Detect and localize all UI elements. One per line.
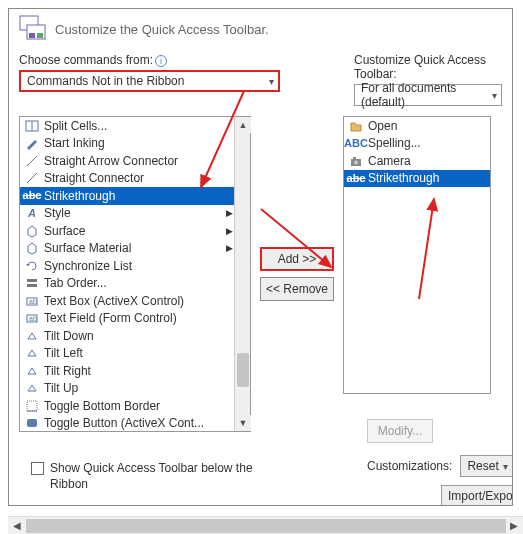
- customize-qat-dropdown[interactable]: For all documents (default) ▾: [354, 84, 502, 106]
- list-item[interactable]: Straight Connector: [20, 170, 234, 188]
- import-export-button[interactable]: Import/Export: [441, 485, 513, 506]
- style-icon: A: [24, 205, 40, 221]
- list-item[interactable]: Tilt Left: [20, 345, 234, 363]
- list-item[interactable]: Surface Material▶: [20, 240, 234, 258]
- svg-rect-8: [27, 279, 37, 282]
- commands-listbox[interactable]: Split Cells...Start InkingStraight Arrow…: [19, 116, 251, 432]
- reset-button[interactable]: Reset▾: [460, 455, 513, 477]
- submenu-arrow-icon: ▶: [224, 226, 234, 236]
- quick-access-icon: [19, 15, 47, 43]
- list-item-label: Straight Arrow Connector: [44, 154, 220, 168]
- cube-icon: [24, 223, 40, 239]
- list-item[interactable]: Camera: [344, 152, 490, 170]
- scroll-up-arrow[interactable]: ▲: [235, 117, 251, 133]
- list-item-label: Spelling...: [368, 136, 490, 150]
- chevron-down-icon: ▾: [269, 76, 274, 87]
- tilt-icon: [24, 345, 40, 361]
- list-item[interactable]: Open: [344, 117, 490, 135]
- list-item[interactable]: abText Box (ActiveX Control): [20, 292, 234, 310]
- chevron-down-icon: ▾: [492, 90, 497, 101]
- list-item[interactable]: Toggle Button (ActiveX Cont...: [20, 415, 234, 432]
- list-item-label: Toggle Button (ActiveX Cont...: [44, 416, 220, 430]
- choose-commands-label: Choose commands from:i: [19, 53, 280, 67]
- list-item-label: Synchronize List: [44, 259, 220, 273]
- sync-icon: [24, 258, 40, 274]
- camera-icon: [348, 153, 364, 169]
- list-item-label: Straight Connector: [44, 171, 220, 185]
- add-button[interactable]: Add >>: [260, 247, 334, 271]
- split-icon: [24, 118, 40, 134]
- choose-commands-dropdown[interactable]: Commands Not in the Ribbon ▾: [19, 70, 280, 92]
- scroll-thumb[interactable]: [237, 353, 249, 387]
- list-item-label: Text Field (Form Control): [44, 311, 220, 325]
- scroll-right-arrow[interactable]: ▶: [505, 517, 523, 535]
- list-item[interactable]: Synchronize List: [20, 257, 234, 275]
- choose-commands-value: Commands Not in the Ribbon: [27, 74, 184, 88]
- box-icon: ab: [24, 310, 40, 326]
- tab-icon: [24, 275, 40, 291]
- toggle-icon: [24, 415, 40, 431]
- qat-listbox[interactable]: OpenABCSpelling...CameraabcStrikethrough: [343, 116, 491, 394]
- show-below-ribbon-checkbox[interactable]: [31, 462, 44, 475]
- customizations-label: Customizations:: [367, 459, 452, 473]
- list-item-label: Toggle Bottom Border: [44, 399, 220, 413]
- list-item-label: Tilt Left: [44, 346, 220, 360]
- tilt-icon: [24, 363, 40, 379]
- list-item[interactable]: Start Inking: [20, 135, 234, 153]
- list-item-label: Tilt Up: [44, 381, 220, 395]
- show-below-ribbon-label: Show Quick Access Toolbar below the Ribb…: [50, 461, 281, 492]
- list-item-label: Strikethrough: [44, 189, 220, 203]
- list-item[interactable]: Tilt Up: [20, 380, 234, 398]
- list-item[interactable]: abcStrikethrough: [20, 187, 234, 205]
- list-item-label: Open: [368, 119, 490, 133]
- list-item-label: Tilt Down: [44, 329, 220, 343]
- list-item[interactable]: Tilt Right: [20, 362, 234, 380]
- list-item[interactable]: Surface▶: [20, 222, 234, 240]
- list-item[interactable]: Tab Order...: [20, 275, 234, 293]
- svg-rect-14: [27, 401, 37, 411]
- list-item[interactable]: abcStrikethrough: [344, 170, 490, 188]
- tilt-icon: [24, 380, 40, 396]
- dialog-title: Customize the Quick Access Toolbar.: [55, 22, 269, 37]
- horizontal-scrollbar[interactable]: ◀ ▶: [8, 516, 523, 534]
- svg-rect-16: [27, 419, 37, 427]
- chevron-down-icon: ▾: [503, 461, 508, 472]
- tilt-icon: [24, 328, 40, 344]
- submenu-arrow-icon: ▶: [224, 243, 234, 253]
- list-item[interactable]: Split Cells...: [20, 117, 234, 135]
- scroll-left-arrow[interactable]: ◀: [8, 517, 26, 535]
- ink-icon: [24, 135, 40, 151]
- open-icon: [348, 118, 364, 134]
- strike-icon: abc: [24, 188, 40, 204]
- list-item[interactable]: Toggle Bottom Border: [20, 397, 234, 415]
- list-item-label: Surface Material: [44, 241, 220, 255]
- list-item-label: Style: [44, 206, 220, 220]
- list-item[interactable]: ABCSpelling...: [344, 135, 490, 153]
- scroll-down-arrow[interactable]: ▼: [235, 415, 251, 431]
- list-item-label: Strikethrough: [368, 171, 490, 185]
- svg-point-19: [354, 160, 358, 164]
- list-item-label: Tilt Right: [44, 364, 220, 378]
- border-icon: [24, 398, 40, 414]
- line-icon: [24, 153, 40, 169]
- list-item[interactable]: AStyle▶: [20, 205, 234, 223]
- scrollbar[interactable]: ▲ ▼: [234, 117, 250, 431]
- remove-button[interactable]: << Remove: [260, 277, 334, 301]
- info-icon: i: [155, 55, 167, 67]
- list-item[interactable]: abText Field (Form Control): [20, 310, 234, 328]
- list-item-label: Start Inking: [44, 136, 220, 150]
- strike-icon: abc: [348, 170, 364, 186]
- scroll-thumb[interactable]: [26, 519, 506, 533]
- svg-rect-3: [37, 33, 43, 38]
- svg-rect-9: [27, 284, 37, 287]
- svg-text:ab: ab: [29, 315, 37, 322]
- svg-rect-20: [353, 157, 356, 159]
- list-item-label: Text Box (ActiveX Control): [44, 294, 220, 308]
- modify-button: Modify...: [367, 419, 433, 443]
- list-item[interactable]: Straight Arrow Connector: [20, 152, 234, 170]
- line-icon: [24, 170, 40, 186]
- svg-line-7: [27, 173, 37, 183]
- svg-rect-2: [29, 33, 35, 38]
- list-item-label: Split Cells...: [44, 119, 220, 133]
- list-item[interactable]: Tilt Down: [20, 327, 234, 345]
